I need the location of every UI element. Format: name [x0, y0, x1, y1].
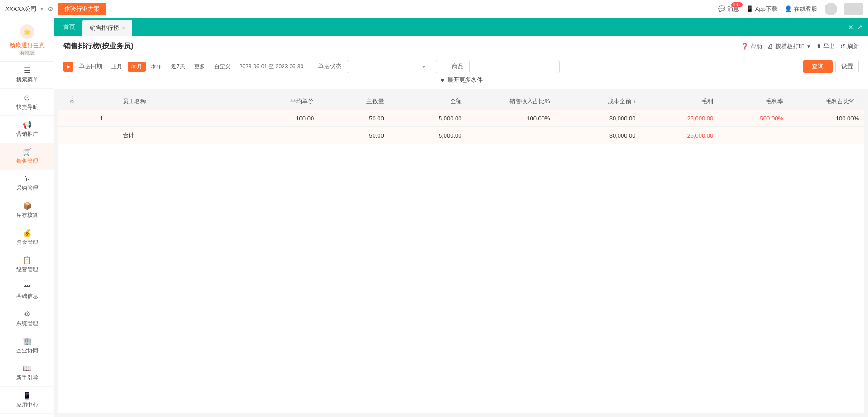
sidebar-marketing-label: 营销推广	[16, 130, 38, 138]
app-download-button[interactable]: 📱 App下载	[746, 5, 777, 13]
gross-pct-info-icon[interactable]: ℹ	[857, 99, 859, 104]
goods-input[interactable]	[473, 63, 550, 70]
sales-icon: 🛒	[23, 148, 32, 156]
service-icon: 👤	[785, 5, 792, 12]
date-option-7days[interactable]: 近7天	[168, 62, 189, 72]
sidebar-item-sales[interactable]: 🛒 销售管理	[0, 143, 54, 170]
sidebar-item-quick-nav[interactable]: ⊙ 快捷导航	[0, 89, 54, 116]
message-button[interactable]: 💬 消息 99+	[718, 5, 739, 13]
filter-actions: 查询 设置	[803, 60, 859, 73]
top-header: XXXXX公司 ▼ ⚙ 体验行业方案 💬 消息 99+ 📱 App下载 👤 在线…	[0, 0, 868, 18]
sidebar-purchase-label: 采购管理	[16, 184, 38, 192]
sidebar: 🌟 畅康通好生意 标准版 ☰ 搜索菜单 ⊙ 快捷导航 📢 营销推广 🛒 销售管理…	[0, 18, 54, 417]
finance-icon: 💰	[23, 229, 32, 237]
page-title: 销售排行榜(按业务员)	[63, 42, 134, 51]
date-option-prev-month[interactable]: 上月	[108, 62, 126, 72]
inventory-icon: 📦	[23, 201, 32, 210]
date-option-this-month[interactable]: 本月	[128, 62, 146, 72]
sidebar-item-basic[interactable]: 🗃 基础信息	[0, 278, 54, 305]
table-container: ⚙ 员工名称 平均单价 主数量	[58, 93, 864, 413]
download-icon: 📱	[746, 5, 753, 12]
date-option-more[interactable]: 更多	[191, 62, 209, 72]
sidebar-basic-label: 基础信息	[16, 292, 38, 300]
tab-close-icon[interactable]: ×	[122, 25, 125, 31]
apps-icon: 📱	[23, 391, 32, 400]
search-menu-icon: ☰	[24, 66, 30, 75]
basic-icon: 🗃	[24, 283, 31, 291]
row-amount: 5,000.00	[389, 110, 467, 127]
sidebar-system-label: 系统管理	[16, 320, 38, 327]
col-rank	[86, 93, 117, 110]
quick-nav-icon: ⊙	[24, 93, 30, 102]
sidebar-apps-label: 应用中心	[16, 401, 38, 409]
query-button[interactable]: 查询	[803, 60, 833, 73]
col-cost: 成本全额 ℹ	[556, 93, 641, 110]
main-layout: 🌟 畅康通好生意 标准版 ☰ 搜索菜单 ⊙ 快捷导航 📢 营销推广 🛒 销售管理…	[0, 18, 868, 417]
filter-collapse-arrow[interactable]: ▶	[63, 62, 73, 72]
sidebar-item-system[interactable]: ⚙ 系统管理	[0, 305, 54, 332]
tab-sales-rank-label: 销售排行榜	[90, 24, 119, 32]
sidebar-item-purchase[interactable]: 🛍 采购管理	[0, 170, 54, 197]
date-label: 单据日期	[79, 62, 102, 71]
trial-button[interactable]: 体验行业方案	[58, 3, 106, 15]
online-service-button[interactable]: 👤 在线客服	[785, 5, 817, 13]
col-sales-pct: 销售收入占比%	[467, 93, 556, 110]
row-rank: 1	[86, 110, 117, 127]
sidebar-search-label: 搜索菜单	[16, 76, 38, 84]
sidebar-item-finance[interactable]: 💰 资金管理	[0, 224, 54, 251]
page-header: 销售排行榜(按业务员) ❓ 帮助 🖨 按模板打印 ▼ ⬆ 导出	[54, 36, 868, 55]
table-footer-row: 合计 50.00 5,000.00 30,000.00 -25,000.00	[58, 127, 864, 144]
sidebar-item-wechat[interactable]: 💬 企业微信	[0, 414, 54, 417]
sidebar-item-enterprise[interactable]: 🏢 企业协同	[0, 332, 54, 359]
settings-button[interactable]: 设置	[835, 60, 859, 73]
row-avg-price: 100.00	[241, 110, 319, 127]
sidebar-item-operations[interactable]: 📋 经营管理	[0, 251, 54, 278]
row-qty: 50.00	[319, 110, 389, 127]
goods-label: 商品	[452, 62, 464, 71]
row-gross-rate: -500.00%	[719, 110, 789, 127]
goods-more-icon[interactable]: ···	[550, 63, 556, 70]
sidebar-item-inventory[interactable]: 📦 库存核算	[0, 197, 54, 224]
status-select[interactable]: ▼	[347, 60, 437, 73]
status-label: 单据状态	[318, 62, 341, 71]
company-selector[interactable]: XXXXX公司 ▼	[5, 5, 44, 13]
date-option-this-year[interactable]: 本年	[148, 62, 166, 72]
sidebar-finance-label: 资金管理	[16, 239, 38, 246]
footer-gross: -25,000.00	[641, 127, 719, 144]
content-area: 首页 销售排行榜 × ✕ ⤢ 销售排行榜(按业务员) ❓ 帮助	[54, 18, 868, 417]
sidebar-operations-label: 经营管理	[16, 266, 38, 273]
tab-maximize-icon[interactable]: ⤢	[857, 24, 863, 31]
help-button[interactable]: ❓ 帮助	[741, 43, 762, 51]
print-button[interactable]: 🖨 按模板打印 ▼	[767, 43, 811, 51]
export-button[interactable]: ⬆ 导出	[816, 43, 835, 51]
expand-filter-button[interactable]: ▼ 展开更多条件	[440, 76, 483, 84]
date-option-custom[interactable]: 自定义	[211, 62, 234, 72]
sidebar-quick-nav-label: 快捷导航	[16, 103, 38, 111]
tab-bar-right: ✕ ⤢	[848, 24, 866, 31]
message-badge: 99+	[731, 2, 743, 7]
sidebar-item-newbie[interactable]: 📖 新手引导	[0, 359, 54, 387]
col-avg-price: 平均单价	[241, 93, 319, 110]
tab-sales-rank[interactable]: 销售排行榜 ×	[82, 20, 132, 36]
footer-cost: 30,000.00	[556, 127, 641, 144]
system-icon: ⚙	[24, 310, 30, 318]
company-chevron-icon: ▼	[39, 6, 44, 11]
col-settings[interactable]: ⚙	[58, 93, 86, 110]
sales-rank-table: ⚙ 员工名称 平均单价 主数量	[58, 93, 864, 144]
tab-home[interactable]: 首页	[56, 18, 82, 36]
footer-avg-price	[241, 127, 319, 144]
cost-info-icon[interactable]: ℹ	[634, 99, 636, 104]
col-gross: 毛利	[641, 93, 719, 110]
refresh-button[interactable]: ↺ 刷新	[840, 43, 859, 51]
tab-home-label: 首页	[63, 23, 75, 31]
tab-minimize-icon[interactable]: ✕	[848, 24, 854, 31]
sidebar-item-apps[interactable]: 📱 应用中心	[0, 387, 54, 414]
footer-label: 合计	[117, 127, 242, 144]
sidebar-item-search[interactable]: ☰ 搜索菜单	[0, 62, 54, 89]
company-settings-icon[interactable]: ⚙	[48, 5, 53, 13]
logo-badge: 标准版	[19, 50, 35, 55]
sidebar-item-marketing[interactable]: 📢 营销推广	[0, 116, 54, 143]
footer-gross-pct	[789, 127, 864, 144]
col-gross-pct: 毛利占比% ℹ	[789, 93, 864, 110]
avatar[interactable]	[825, 3, 837, 15]
